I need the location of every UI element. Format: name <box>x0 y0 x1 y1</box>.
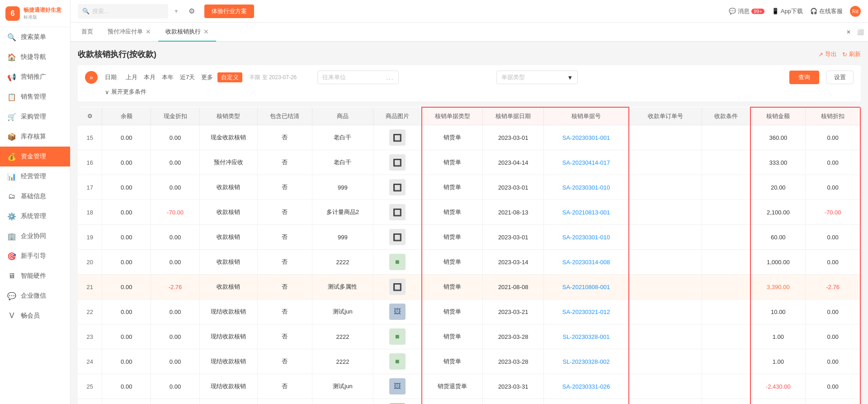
col-verify-bill-type-val: 销货单 <box>422 200 483 225</box>
sidebar-item-member[interactable]: V 畅会员 <box>0 306 70 326</box>
tab-receipt[interactable]: 收款核销执行 ✕ <box>158 23 216 42</box>
col-balance-val: 0.00 <box>102 225 151 250</box>
counterpart-select[interactable]: 往来单位 ... <box>317 71 399 84</box>
sidebar-item-sales[interactable]: 📋 销售管理 <box>0 87 70 107</box>
col-cash-discount-val: 0.00 <box>151 299 200 324</box>
sidebar-item-system[interactable]: ⚙️ 系统管理 <box>0 206 70 226</box>
col-type-val: 收款核销 <box>199 250 257 275</box>
last-month-btn[interactable]: 上月 <box>124 72 139 82</box>
sidebar-item-inventory[interactable]: 📦 库存核算 <box>0 127 70 147</box>
col-balance-val: 0.00 <box>102 374 151 399</box>
tab-home[interactable]: 首页 <box>74 23 100 42</box>
col-config[interactable]: ⚙ <box>78 107 102 125</box>
sidebar-label-hardware: 智能硬件 <box>21 272 46 280</box>
col-verify-discount-val: 0.00 <box>806 225 860 250</box>
col-no: 25 <box>78 374 102 399</box>
sidebar-item-purchase[interactable]: 🛒 采购管理 <box>0 107 70 127</box>
col-settled-val: 否 <box>257 299 312 324</box>
tab-receipt-close[interactable]: ✕ <box>203 28 209 35</box>
table-row: 19 0.00 0.00 收款核销 否 999 🔲 销货单 2023-03-01… <box>78 225 860 250</box>
col-goods-img-val: 🔲 <box>373 150 422 175</box>
topbar-right: 💬 消息 99+ 📱 App下载 🎧 在线客服 Rit <box>729 6 861 17</box>
window-maximize-btn[interactable]: ⬜ <box>856 28 864 36</box>
sidebar-item-finance[interactable]: 💰 资金管理 <box>0 147 70 166</box>
this-month-btn[interactable]: 本月 <box>142 72 157 82</box>
user-avatar[interactable]: Rit <box>850 6 861 17</box>
sidebar-item-guide[interactable]: 🎯 新手引导 <box>0 246 70 266</box>
col-balance-val: 0.00 <box>102 349 151 374</box>
col-no: 18 <box>78 200 102 225</box>
shortcuts-icon: 🏠 <box>7 52 16 62</box>
table-row: 26 0.00 0.00 预收款核销 否 123D商品 🏠 销货单 2022-0… <box>78 399 860 404</box>
col-no: 16 <box>78 150 102 175</box>
data-table-container: ⚙ 余额 现金折扣 核销类型 包含已结清 商品 商品图片 核销单据类型 核销单据… <box>78 107 861 404</box>
col-goods-img-val: ■ <box>373 250 422 275</box>
basic-icon: 🗂 <box>7 192 16 201</box>
operation-icon: 📊 <box>7 172 16 181</box>
col-settled-val: 否 <box>257 399 312 404</box>
col-verify-discount-val: 0.00 <box>806 399 860 404</box>
col-verify-bill-date-val: 2021-08-08 <box>483 275 544 299</box>
topbar-dropdown[interactable]: ▼ <box>174 8 179 14</box>
setting-button[interactable]: 设置 <box>826 71 854 84</box>
col-verify-discount-val: 0.00 <box>806 324 860 349</box>
col-balance-val: 0.00 <box>102 175 151 200</box>
sidebar-item-basic[interactable]: 🗂 基础信息 <box>0 186 70 206</box>
col-type-val: 收款核销 <box>199 225 257 250</box>
voucher-type-select[interactable]: 单据类型 ▼ <box>496 71 578 84</box>
col-receipt-condition-val <box>702 399 751 404</box>
table-row: 22 0.00 0.00 现结收款核销 否 测试jun 🖼 销货单 2023-0… <box>78 299 860 324</box>
tab-prepay[interactable]: 预付冲应付单 ✕ <box>100 23 158 42</box>
col-type-val: 现金收款核销 <box>199 125 257 150</box>
more-btn[interactable]: 更多 <box>199 72 215 82</box>
col-no: 20 <box>78 250 102 275</box>
col-verify-bill-date-val: 2023-04-14 <box>483 150 544 175</box>
col-type-val: 现结收款核销 <box>199 324 257 349</box>
col-verify-bill-no-val: SA-20230301-010 <box>543 175 629 200</box>
sidebar-item-search[interactable]: 🔍 搜索菜单 <box>0 27 70 47</box>
window-close-btn[interactable]: ✕ <box>844 28 853 36</box>
export-button[interactable]: ↗ 导出 <box>818 50 837 58</box>
col-no: 26 <box>78 399 102 404</box>
col-settled-val: 否 <box>257 125 312 150</box>
col-verify-bill-no-val: SA-20210808-001 <box>543 275 629 299</box>
app-download-button[interactable]: 📱 App下载 <box>772 7 803 15</box>
col-verify-bill-type-val: 销货单 <box>422 299 483 324</box>
service-button[interactable]: 🎧 在线客服 <box>810 7 843 15</box>
col-cash-discount-val: 0.00 <box>151 125 200 150</box>
sidebar-item-operation[interactable]: 📊 经营管理 <box>0 166 70 186</box>
col-cash-discount-val: 0.00 <box>151 324 200 349</box>
sidebar-item-hardware[interactable]: 🖥 智能硬件 <box>0 266 70 286</box>
topbar: 🔍 搜索... ▼ ⚙ 体验行业方案 💬 消息 99+ 📱 App下载 🎧 在线… <box>71 0 868 23</box>
goods-thumbnail: 🔲 <box>389 279 406 295</box>
col-cash-discount-val: 0.00 <box>151 399 200 404</box>
solution-button[interactable]: 体验行业方案 <box>204 5 254 18</box>
query-button[interactable]: 查询 <box>789 71 819 84</box>
col-goods-img-val: 🖼 <box>373 374 422 399</box>
message-button[interactable]: 💬 消息 99+ <box>729 7 764 15</box>
sidebar-item-shortcuts[interactable]: 🏠 快捷导航 <box>0 47 70 67</box>
sidebar-item-corp[interactable]: 🏢 企业协同 <box>0 226 70 246</box>
col-goods-img-val: 🔲 <box>373 175 422 200</box>
inventory-icon: 📦 <box>7 132 16 141</box>
tab-prepay-close[interactable]: ✕ <box>146 28 151 35</box>
refresh-button[interactable]: ↻ 刷新 <box>842 50 861 58</box>
this-year-btn[interactable]: 本年 <box>160 72 175 82</box>
custom-btn[interactable]: 自定义 <box>217 72 242 82</box>
sidebar-item-marketing[interactable]: 📢 营销推广 <box>0 67 70 87</box>
filter-expand-button[interactable]: » <box>85 71 98 84</box>
member-icon: V <box>7 311 16 320</box>
col-no: 24 <box>78 349 102 374</box>
last7-btn[interactable]: 近7天 <box>178 72 197 82</box>
col-no: 19 <box>78 225 102 250</box>
marketing-icon: 📢 <box>7 72 16 81</box>
topbar-search[interactable]: 🔍 搜索... <box>78 4 168 19</box>
refresh-icon: ↻ <box>842 51 847 58</box>
topbar-gear-icon[interactable]: ⚙ <box>184 4 199 19</box>
chevron-down-icon: ∨ <box>105 89 109 95</box>
col-verify-bill-date-val: 2023-03-01 <box>483 125 544 150</box>
sidebar-item-wechat[interactable]: 💬 企业微信 <box>0 286 70 306</box>
col-cash-discount: 现金折扣 <box>151 107 200 125</box>
col-receipt-condition-val <box>702 150 751 175</box>
expand-more-btn[interactable]: ∨ 展开更多条件 <box>105 88 854 96</box>
